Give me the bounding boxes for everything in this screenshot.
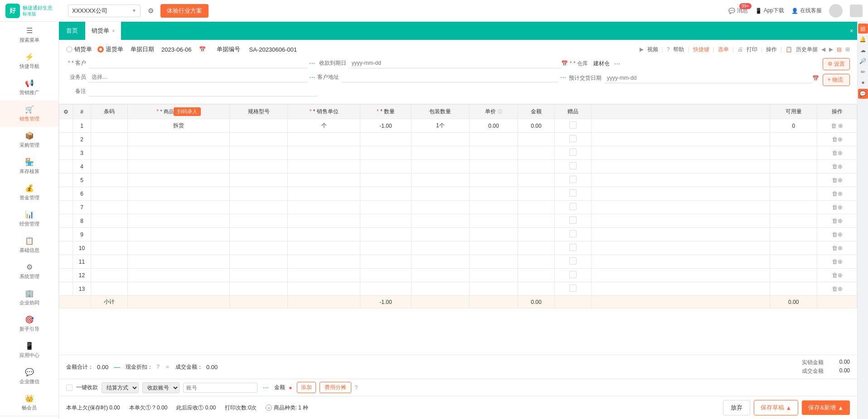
product-cell[interactable]: 拆货: [127, 119, 229, 133]
delete-icon[interactable]: 🗑: [832, 217, 838, 224]
expense-split-button[interactable]: 费用分摊: [320, 382, 351, 393]
copy-icon[interactable]: ⊕: [838, 163, 843, 170]
company-selector[interactable]: XXXXXX公司 ▼: [68, 5, 141, 17]
notes-input[interactable]: [89, 86, 317, 96]
right-panel-icon-5[interactable]: ✏: [858, 67, 868, 77]
settings-button[interactable]: ⚙ 设置: [823, 58, 850, 70]
prev-icon[interactable]: ◀: [821, 46, 825, 53]
salesperson-more-icon[interactable]: ···: [307, 73, 317, 82]
settlement-method-select[interactable]: 结算方式: [102, 382, 139, 393]
bank-account-select[interactable]: 收款账号: [142, 382, 179, 393]
delete-icon[interactable]: 🗑: [832, 231, 838, 238]
sidebar-item-purchase[interactable]: 📦 采购管理: [0, 127, 58, 153]
right-panel-icon-7[interactable]: 💬: [858, 89, 868, 99]
sidebar-item-inventory[interactable]: 🏪 库存核算: [0, 153, 58, 179]
delete-icon[interactable]: 🗑: [831, 122, 837, 129]
sidebar-item-system[interactable]: ⚙ 系统管理: [0, 258, 58, 284]
right-panel-icon-6[interactable]: ✦: [858, 78, 868, 88]
operate-link[interactable]: 操作: [766, 46, 777, 53]
save-new-button[interactable]: 保存&新增 ▲: [802, 400, 850, 415]
warehouse-more-icon[interactable]: ···: [612, 60, 622, 68]
delete-icon[interactable]: 🗑: [832, 136, 838, 143]
right-panel-icon-4[interactable]: 🔎: [858, 56, 868, 66]
delete-icon[interactable]: 🗑: [832, 285, 838, 292]
salesperson-input[interactable]: [89, 72, 307, 82]
qty-cell[interactable]: -1.00: [360, 119, 411, 133]
logistics-button[interactable]: + 物流: [823, 74, 850, 86]
add-payment-button[interactable]: 添加: [297, 382, 316, 393]
sidebar-item-enterprise[interactable]: 🏢 企业协同: [0, 284, 58, 311]
copy-icon[interactable]: ⊕: [838, 177, 843, 183]
copy-icon[interactable]: ⊕: [838, 204, 843, 211]
sidebar-item-wechat[interactable]: 💬 企业微信: [0, 363, 58, 390]
online-support-button[interactable]: 👤 在线客服: [791, 7, 822, 14]
shortcut-link[interactable]: 快捷键: [693, 46, 709, 53]
spec-cell[interactable]: [230, 119, 288, 133]
address-more-icon[interactable]: ···: [558, 73, 568, 82]
next-icon[interactable]: ▶: [829, 46, 833, 53]
delete-icon[interactable]: 🗑: [832, 163, 838, 170]
history-link[interactable]: 历史单据: [796, 46, 818, 53]
payment-date-calendar-icon[interactable]: 📅: [561, 60, 568, 67]
try-industry-button[interactable]: 体验行业方案: [160, 4, 209, 18]
notes-cell[interactable]: [591, 119, 770, 133]
copy-icon[interactable]: ⊕: [838, 122, 843, 129]
copy-icon[interactable]: ⊕: [838, 231, 843, 238]
tab-sales-order[interactable]: 销货单 ×: [85, 22, 121, 40]
help-link[interactable]: 帮助: [673, 46, 684, 53]
sidebar-item-guide[interactable]: 🎯 新手引导: [0, 311, 58, 337]
radio-return-order[interactable]: 退货单: [97, 45, 123, 53]
user-menu[interactable]: [850, 5, 863, 17]
payment-date-input[interactable]: [349, 58, 562, 68]
select-link[interactable]: 选单: [718, 46, 729, 53]
account-input[interactable]: [183, 383, 257, 393]
expense-help-icon[interactable]: ?: [355, 385, 358, 391]
app-download-button[interactable]: 📱 App下载: [755, 7, 784, 14]
barcode-cell[interactable]: [91, 119, 128, 133]
one-click-payment-checkbox[interactable]: [66, 385, 73, 391]
video-link[interactable]: 视频: [647, 46, 658, 53]
delete-icon[interactable]: 🗑: [832, 245, 838, 251]
right-panel-icon-3[interactable]: ☁: [858, 45, 868, 55]
customer-address-input[interactable]: [342, 72, 558, 82]
th-settings[interactable]: ⚙: [59, 105, 73, 119]
sidebar-item-app-center[interactable]: 📱 应用中心: [0, 337, 58, 363]
sidebar-item-member[interactable]: 👑 畅会员: [0, 390, 58, 416]
copy-icon[interactable]: ⊕: [838, 149, 843, 156]
copy-icon[interactable]: ⊕: [838, 217, 843, 224]
sidebar-item-basic-info[interactable]: 📋 基础信息: [0, 232, 58, 258]
message-button[interactable]: 💬 消息 99+: [728, 7, 748, 14]
sidebar-item-quick-nav[interactable]: ⚡ 快捷导航: [0, 48, 58, 74]
unit-cell[interactable]: 个: [288, 119, 360, 133]
sidebar-item-marketing[interactable]: 📢 营销推广: [0, 74, 58, 101]
copy-icon[interactable]: ⊕: [838, 190, 843, 197]
delete-icon[interactable]: 🗑: [832, 204, 838, 211]
radio-sales-order[interactable]: 销货单: [66, 45, 92, 53]
save-draft-button[interactable]: 保存草稿 ▲: [754, 400, 799, 415]
account-more-icon[interactable]: ···: [261, 384, 271, 392]
right-panel-icon-2[interactable]: 🔔: [858, 34, 868, 44]
grid-view-icon[interactable]: ⊞: [845, 46, 850, 53]
copy-icon[interactable]: ⊕: [838, 258, 843, 265]
abandon-button[interactable]: 放弃: [723, 400, 750, 415]
scan-button[interactable]: 扫码录入: [174, 107, 201, 116]
sidebar-item-finance[interactable]: 💰 资金管理: [0, 179, 58, 206]
amount-cell[interactable]: 0.00: [518, 119, 554, 133]
sidebar-item-sales[interactable]: 🛒 销售管理: [0, 101, 58, 127]
copy-icon[interactable]: ⊕: [838, 272, 843, 279]
copy-icon[interactable]: ⊕: [838, 136, 843, 143]
list-view-icon[interactable]: ▤: [837, 46, 842, 53]
delivery-date-calendar-icon[interactable]: 📅: [812, 75, 819, 82]
delivery-date-input[interactable]: [604, 73, 812, 83]
customer-input[interactable]: [89, 58, 307, 68]
gift-cell[interactable]: [554, 119, 591, 133]
right-panel-icon-1[interactable]: ▤: [858, 24, 868, 34]
tab-close-icon[interactable]: ×: [112, 28, 115, 34]
copy-icon[interactable]: ⊕: [838, 245, 843, 251]
pkg-qty-cell[interactable]: 1个: [411, 119, 469, 133]
calendar-icon[interactable]: 📅: [199, 46, 206, 53]
delete-icon[interactable]: 🗑: [832, 272, 838, 279]
delete-icon[interactable]: 🗑: [832, 258, 838, 265]
tab-home[interactable]: 首页: [59, 22, 85, 40]
copy-icon[interactable]: ⊕: [838, 285, 843, 292]
